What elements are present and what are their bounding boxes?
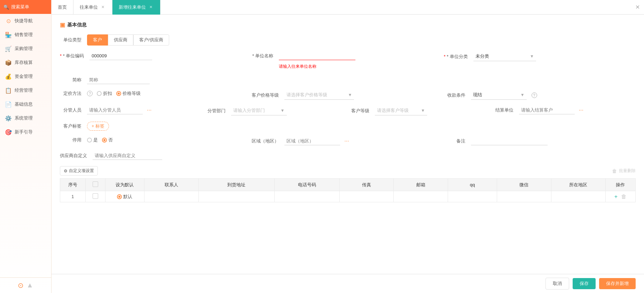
abbreviation-input[interactable]: [87, 76, 150, 84]
unit-name-label: * 单位名称: [252, 53, 276, 59]
discount-radio[interactable]: [97, 91, 102, 96]
stop-region-row: 停用 是 否 区域（地区） ··· 备注: [60, 137, 636, 145]
customer-level-label: 客户等级: [348, 108, 372, 114]
remark-field: 备注: [444, 137, 636, 145]
sidebar-item-system[interactable]: ⚙️ 系统管理: [0, 111, 51, 125]
table-header-row: 序号 设为默认 联系人 到货地址 电话号码 传真 邮箱 qq 微信 所在地区 操…: [60, 179, 636, 191]
payment-terms-select[interactable]: 现结 ▼: [471, 90, 527, 100]
customer-level-select[interactable]: 请选择客户等级 ▼: [375, 106, 427, 115]
pricing-level[interactable]: 价格等级: [116, 90, 141, 97]
contact-input[interactable]: [158, 194, 186, 199]
pricing-method-field: 定价方法 ? 折扣 价格等级: [60, 90, 252, 97]
price-level-radio[interactable]: [116, 91, 121, 96]
customer-price-placeholder: 请选择客户价格等级: [286, 92, 346, 98]
department-label: 分管部门: [204, 108, 228, 114]
address-input[interactable]: [215, 194, 257, 199]
tab-partners-close[interactable]: ✕: [100, 4, 106, 10]
manager-more-btn[interactable]: ···: [146, 107, 153, 113]
stop-yes-radio[interactable]: [87, 138, 92, 143]
remark-input[interactable]: [471, 137, 548, 145]
customer-price-select[interactable]: 请选择客户价格等级 ▼: [284, 90, 354, 100]
row-add-btn[interactable]: +: [614, 194, 618, 200]
unit-category-arrow: ▼: [530, 54, 534, 59]
section-icon: ▣: [60, 22, 65, 28]
department-arrow: ▼: [281, 108, 285, 113]
manager-input[interactable]: [87, 106, 143, 114]
section-title-text: 基本信息: [67, 22, 87, 28]
default-radio-item[interactable]: 默认: [117, 194, 132, 200]
tab-home[interactable]: 首页: [52, 0, 73, 15]
sidebar-item-purchase[interactable]: 🛒 采购管理: [0, 42, 51, 56]
department-select[interactable]: 请输入分管部门 ▼: [231, 106, 287, 115]
pricing-radio-group: 折扣 价格等级: [97, 90, 141, 97]
inventory-icon: 📦: [5, 59, 12, 66]
region-input[interactable]: [284, 137, 340, 145]
btn-customer[interactable]: 客户: [87, 34, 108, 46]
sidebar-item-operations[interactable]: 📋 经营管理: [0, 83, 51, 97]
settings-btn-label: 自定义项设置: [69, 168, 94, 174]
settings-btn[interactable]: ⚙ 自定义项设置: [60, 166, 98, 176]
row-delete-btn[interactable]: 🗑: [621, 194, 627, 200]
pricing-discount[interactable]: 折扣: [97, 90, 112, 97]
unit-category-select[interactable]: 未分类 ▼: [473, 52, 536, 61]
system-icon: ⚙️: [5, 115, 12, 122]
tab-bar-close[interactable]: ✕: [635, 4, 644, 10]
unit-code-name-row: * 单位编码 * 单位名称 请输入往来单位名称 * 单位分类 未分类 ▼: [60, 52, 636, 70]
unit-category-value: 未分类: [476, 53, 528, 59]
btn-supplier[interactable]: 供应商: [108, 34, 133, 46]
abbreviation-field: 简称: [60, 76, 636, 84]
unit-code-input[interactable]: [89, 52, 152, 60]
row-default: 默认: [105, 191, 144, 202]
settlement-label: 结算单位: [492, 107, 516, 113]
email-input[interactable]: [407, 194, 435, 199]
customer-price-label: 客户价格等级: [252, 92, 282, 98]
customer-price-arrow: ▼: [348, 92, 352, 97]
customer-tag-row: 客户标签 + 标签: [60, 122, 636, 131]
add-tag-btn[interactable]: + 标签: [87, 122, 109, 131]
save-new-button[interactable]: 保存并新增: [599, 278, 636, 289]
department-placeholder: 请输入分管部门: [233, 107, 279, 114]
th-address: 到货地址: [199, 179, 275, 191]
sidebar-item-basic-info[interactable]: 📄 基础信息: [0, 97, 51, 111]
default-radio[interactable]: [117, 194, 122, 199]
basic-info-icon: 📄: [5, 101, 12, 108]
sidebar-item-finance[interactable]: 💰 资金管理: [0, 70, 51, 83]
btn-both[interactable]: 客户/供应商: [133, 34, 169, 46]
tab-bar: 首页 往来单位 ✕ 新增往来单位 ✕ ✕: [52, 0, 644, 15]
settlement-input[interactable]: [519, 106, 575, 114]
row-checkbox[interactable]: [93, 193, 98, 199]
table-region-input[interactable]: [564, 194, 592, 199]
tab-new-partner[interactable]: 新增往来单位 ✕: [112, 0, 160, 15]
fax-input[interactable]: [353, 194, 380, 199]
pricing-help-icon[interactable]: ?: [87, 91, 93, 96]
wechat-input[interactable]: [510, 194, 538, 199]
tab-new-partner-close[interactable]: ✕: [148, 4, 154, 10]
stop-no[interactable]: 否: [102, 137, 113, 143]
supplier-custom-input[interactable]: [93, 152, 162, 160]
tab-new-partner-label: 新增往来单位: [119, 4, 146, 10]
phone-input[interactable]: [290, 194, 324, 199]
qq-input[interactable]: [460, 194, 485, 199]
sidebar-item-sales[interactable]: 🏪 销售管理: [0, 28, 51, 42]
stop-no-radio[interactable]: [102, 138, 107, 143]
stop-yes[interactable]: 是: [87, 137, 98, 143]
settlement-more-btn[interactable]: ···: [578, 107, 585, 113]
form-content: ▣ 基本信息 单位类型 客户 供应商 客户/供应商 * 单位编码 *: [52, 15, 644, 274]
sidebar-footer: ⊙ ▲: [0, 277, 51, 293]
th-region: 所在地区: [551, 179, 605, 191]
sidebar-item-quick-nav[interactable]: ⊙ 快捷导航: [0, 14, 51, 28]
sidebar-item-inventory[interactable]: 📦 库存核算: [0, 56, 51, 70]
payment-help-icon[interactable]: ?: [532, 92, 537, 98]
select-all-checkbox[interactable]: [93, 181, 98, 187]
save-button[interactable]: 保存: [573, 278, 596, 289]
payment-terms-field: 收款条件 现结 ▼ ?: [444, 90, 636, 100]
unit-name-input[interactable]: [279, 52, 355, 60]
sidebar-item-guide[interactable]: 🎯 新手引导: [0, 125, 51, 139]
th-check: [85, 179, 105, 191]
region-more-btn[interactable]: ···: [343, 138, 350, 144]
row-wechat: [497, 191, 551, 202]
batch-delete-btn[interactable]: 批量删除: [619, 168, 636, 174]
tab-partners[interactable]: 往来单位 ✕: [73, 0, 112, 15]
row-qq: [448, 191, 497, 202]
cancel-button[interactable]: 取消: [545, 278, 569, 290]
